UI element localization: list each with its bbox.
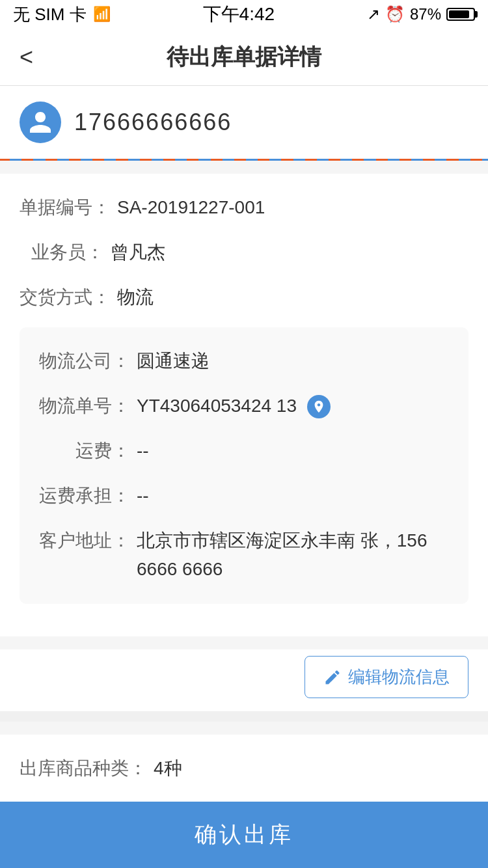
tracking-number-label: 物流单号： xyxy=(39,392,137,421)
logistics-company-value: 圆通速递 xyxy=(137,347,449,376)
freight-bearer-value: -- xyxy=(137,481,449,511)
nav-bar: < 待出库单据详情 xyxy=(0,29,488,86)
edit-logistics-label: 编辑物流信息 xyxy=(348,666,450,688)
logistics-card: 物流公司： 圆通速递 物流单号： YT43064053424 13 运费： --… xyxy=(20,327,468,604)
edit-btn-row: 编辑物流信息 xyxy=(0,649,488,711)
freight-bearer-label: 运费承担： xyxy=(39,481,137,511)
tracking-number-value: YT43064053424 13 xyxy=(137,392,449,421)
status-time: 下午4:42 xyxy=(203,2,275,27)
battery-percent: 87% xyxy=(410,5,441,23)
tracking-location-icon[interactable] xyxy=(307,395,331,418)
avatar xyxy=(20,102,61,143)
wifi-icon: 📶 xyxy=(93,6,111,23)
user-header: 17666666666 xyxy=(0,86,488,161)
location-status-icon: ↗ xyxy=(367,5,380,23)
edit-logistics-button[interactable]: 编辑物流信息 xyxy=(305,656,468,698)
confirm-btn-area[interactable]: 确认出库 xyxy=(0,802,488,868)
freight-bearer-row: 运费承担： -- xyxy=(39,481,449,511)
logistics-company-row: 物流公司： 圆通速递 xyxy=(39,347,449,376)
goods-types-value: 4种 xyxy=(154,754,468,783)
document-number-label: 单据编号： xyxy=(20,193,117,223)
delivery-method-label: 交货方式： xyxy=(20,283,117,312)
address-value: 北京市市辖区海淀区永丰南 张，156 6666 6666 xyxy=(137,526,449,585)
section-divider xyxy=(0,711,488,722)
map-pin-icon xyxy=(312,400,326,414)
logistics-company-label: 物流公司： xyxy=(39,347,137,376)
freight-value: -- xyxy=(137,437,449,466)
page-title: 待出库单据详情 xyxy=(167,42,321,72)
back-button[interactable]: < xyxy=(20,44,33,71)
goods-types-row: 出库商品种类： 4种 xyxy=(20,754,468,783)
alarm-icon: ⏰ xyxy=(385,5,405,23)
address-label: 客户地址： xyxy=(39,526,137,556)
battery-icon xyxy=(446,8,475,21)
confirm-btn-text: 确认出库 xyxy=(195,822,293,847)
order-info-section: 单据编号： SA-20191227-001 业务员： 曾凡杰 交货方式： 物流 … xyxy=(0,174,488,636)
goods-types-label: 出库商品种类： xyxy=(20,754,154,783)
carrier-label: 无 SIM 卡 xyxy=(13,3,87,26)
status-left: 无 SIM 卡 📶 xyxy=(13,3,111,26)
edit-icon xyxy=(323,668,342,686)
status-right: ↗ ⏰ 87% xyxy=(367,5,475,23)
freight-row: 运费： -- xyxy=(39,437,449,466)
user-avatar-icon xyxy=(27,109,53,135)
delivery-method-row: 交货方式： 物流 xyxy=(20,283,468,312)
delivery-method-value: 物流 xyxy=(117,283,468,312)
sales-person-value: 曾凡杰 xyxy=(111,238,468,267)
battery-fill xyxy=(449,10,469,18)
user-phone: 17666666666 xyxy=(74,109,232,136)
sales-person-row: 业务员： 曾凡杰 xyxy=(20,238,468,267)
address-row: 客户地址： 北京市市辖区海淀区永丰南 张，156 6666 6666 xyxy=(39,526,449,585)
status-bar: 无 SIM 卡 📶 下午4:42 ↗ ⏰ 87% xyxy=(0,0,488,29)
document-number-row: 单据编号： SA-20191227-001 xyxy=(20,193,468,223)
tracking-number-row: 物流单号： YT43064053424 13 xyxy=(39,392,449,421)
document-number-value: SA-20191227-001 xyxy=(117,193,468,223)
sales-person-label: 业务员： xyxy=(20,238,111,267)
freight-label: 运费： xyxy=(39,437,137,466)
